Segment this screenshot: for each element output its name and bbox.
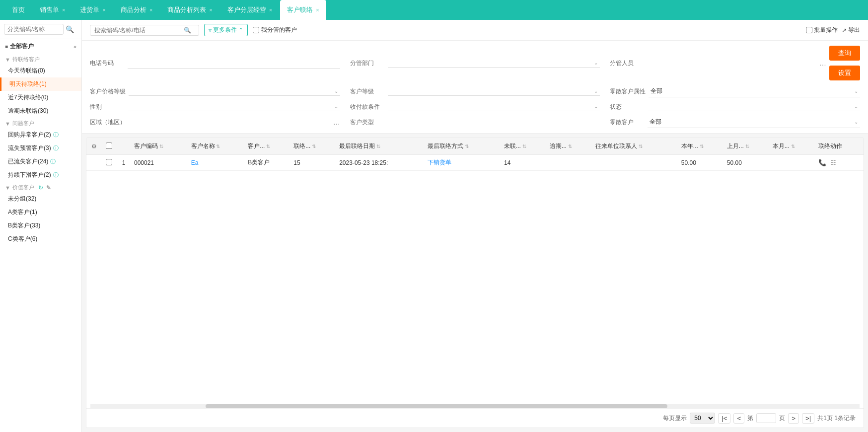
batch-ops-btn[interactable]: 批量操作 [806,26,838,34]
filter-phone: 电话号码 [90,46,340,80]
gender-select[interactable]: ⌄ [128,102,340,111]
sidebar-search-input[interactable] [4,24,64,35]
sidebar-item-already-lost[interactable]: 已流失客户(24) ⓘ [0,155,81,168]
col-code[interactable]: 客户编码 [131,138,188,155]
more-conditions-btn[interactable]: ▿ 更多条件 ⌃ [204,24,248,36]
close-icon[interactable]: × [149,7,152,13]
sidebar-item-tomorrow[interactable]: 明天待联络(1) [0,77,81,91]
chevron-down-icon: ⌄ [594,60,598,66]
sidebar-item-declining[interactable]: 持续下滑客户(2) ⓘ [0,168,81,182]
sidebar-item-repurchase-abnormal[interactable]: 回购异常客户(2) ⓘ [0,128,81,142]
retail-customer-select[interactable]: 全部 ⌄ [648,116,860,128]
row-select-checkbox[interactable] [106,159,112,165]
col-last-method[interactable]: 最后联络方式 [425,138,501,155]
settings-icon[interactable]: ⚙ [91,143,97,150]
close-icon[interactable]: × [62,7,65,13]
col-last-month[interactable]: 上月... [724,138,770,155]
row-last-date: 2023-05-23 18:25: [336,155,425,171]
prev-page-btn[interactable]: < [733,413,744,424]
triangle-icon: ▼ [5,121,10,127]
export-btn[interactable]: ↗ 导出 [842,26,860,34]
refresh-icon[interactable]: ↻ [38,184,43,191]
last-page-btn[interactable]: >| [802,413,814,424]
sidebar-search-icon[interactable]: 🔍 [66,25,74,33]
nav-item-home[interactable]: 首页 [5,0,32,20]
close-icon[interactable]: × [269,7,272,13]
nav-item-purchase[interactable]: 进货单 × [73,0,112,20]
filter-status: 状态 ⌄ [610,102,860,111]
reset-button[interactable]: 设置 [829,66,860,80]
col-this-year[interactable]: 本年... [678,138,724,155]
pagination: 每页显示 50 100 200 |< < 第 1 页 > >| 共1页 1条记录 [86,408,864,428]
action-call-icon[interactable]: 📞 [818,159,826,166]
retail-attr-select[interactable]: 全部 ⌄ [649,85,860,97]
sidebar-item-today[interactable]: 今天待联络(0) [0,64,81,77]
chevron-down-icon: ⌄ [854,119,858,125]
col-this-month[interactable]: 本月... [770,138,815,155]
close-icon[interactable]: × [209,7,212,13]
select-all-checkbox[interactable] [106,143,112,149]
table-area: ⚙ 客户编码 客户名称 客户... 联络... 最后联络日期 最后联络方式 [86,138,864,428]
price-level-select[interactable]: ⌄ [129,87,340,96]
first-page-btn[interactable]: |< [718,413,730,424]
col-name[interactable]: 客户名称 [188,138,245,155]
page-size-select[interactable]: 50 100 200 [690,413,715,424]
chevron-down-icon: ⌄ [854,88,858,94]
row-contact-count: 15 [290,155,336,171]
area-more-icon[interactable]: … [333,118,340,126]
nav-item-goods-analysis-table[interactable]: 商品分析列表 × [160,0,219,20]
sidebar-item-class-a[interactable]: A类客户(1) [0,206,81,219]
search-icon[interactable]: 🔍 [184,27,191,34]
col-class[interactable]: 客户... [245,138,290,155]
filter-manager: 分管人员 … 查询 设置 [610,46,860,80]
col-no-contact[interactable]: 未联... [501,138,547,155]
status-select[interactable]: ⌄ [648,102,860,111]
edit-icon[interactable]: ✎ [46,184,51,191]
sidebar-item-overdue[interactable]: 逾期未联络(30) [0,104,81,118]
main-layout: 🔍 ■ 全部客户 « ▼ 待联络客户 今天待联络(0) 明天待联络(1) 近7天… [0,20,868,432]
customer-level-select[interactable]: ⌄ [388,87,600,96]
scrollbar-thumb[interactable] [206,404,667,408]
row-no-contact: 14 [501,155,547,171]
col-last-date[interactable]: 最后联络日期 [336,138,425,155]
query-button[interactable]: 查询 [829,46,860,61]
next-page-btn[interactable]: > [788,413,799,424]
nav-item-customer-segment[interactable]: 客户分层经营 × [220,0,279,20]
row-class: B类客户 [245,155,290,171]
search-bar-right: 批量操作 ↗ 导出 [806,26,860,34]
filter-customer-type: 客户类型 [350,116,600,128]
dept-select[interactable]: ⌄ [388,59,600,68]
horizontal-scrollbar[interactable] [90,404,860,408]
close-icon[interactable]: × [316,7,319,13]
more-icon[interactable]: … [819,59,826,67]
table-row: 1 000021 Ea B类客户 15 2023-05-23 18:25: 下销… [86,155,864,171]
last-method-link[interactable]: 下销货单 [428,159,451,166]
sidebar-item-class-c[interactable]: C类客户(6) [0,232,81,246]
payment-select[interactable]: ⌄ [388,102,600,111]
page-input[interactable]: 1 [756,413,776,423]
col-unit-contact[interactable]: 往来单位联系人 [592,138,678,155]
sidebar-item-class-b[interactable]: B类客户(33) [0,219,81,232]
batch-ops-check[interactable] [806,27,812,33]
sidebar-item-unsorted[interactable]: 未分组(32) [0,192,81,206]
action-grid-icon[interactable]: ☷ [830,159,836,166]
nav-item-goods-analysis[interactable]: 商品分析 × [114,0,159,20]
phone-input[interactable] [128,58,340,69]
row-this-year: 50.00 [678,155,724,171]
sidebar-item-lost-risk[interactable]: 流失预警客户(3) ⓘ [0,142,81,155]
my-customers-check[interactable] [253,27,259,33]
nav-item-sales[interactable]: 销售单 × [33,0,72,20]
nav-item-customer-contact[interactable]: 客户联络 × [280,0,326,20]
double-arrow-icon[interactable]: « [73,44,76,50]
sidebar-item-week[interactable]: 近7天待联络(0) [0,91,81,104]
col-contact-count[interactable]: 联络... [290,138,336,155]
sidebar: 🔍 ■ 全部客户 « ▼ 待联络客户 今天待联络(0) 明天待联络(1) 近7天… [0,20,82,432]
search-input-wrap: 🔍 [90,25,199,36]
col-overdue[interactable]: 逾期... [547,138,592,155]
triangle-icon: ▼ [5,185,10,191]
close-icon[interactable]: × [102,7,105,13]
search-input[interactable] [94,27,184,34]
my-customers-checkbox[interactable]: 我分管的客户 [253,26,297,34]
filter-icon: ▿ [209,27,212,34]
chevron-down-icon: ⌄ [854,104,858,109]
